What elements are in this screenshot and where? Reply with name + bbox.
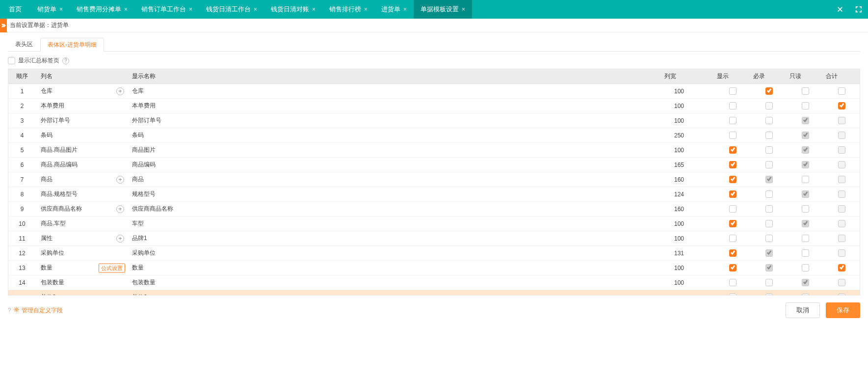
table-row[interactable]: 9供应商商品名称+供应商商品名称160	[8, 202, 860, 217]
checkbox-readonly[interactable]	[802, 235, 809, 242]
tab-close-icon[interactable]: ×	[124, 6, 128, 13]
checkbox-readonly[interactable]	[802, 205, 809, 213]
top-tab[interactable]: 销货单×	[30, 0, 70, 19]
table-row[interactable]: 15单位2单位2100	[8, 290, 860, 295]
cell-width[interactable]: 100	[669, 113, 714, 128]
cell-display-name[interactable]: 商品编码	[127, 158, 669, 172]
subtab[interactable]: 表头区	[8, 37, 40, 51]
top-tab[interactable]: 销售排行榜×	[322, 0, 374, 19]
checkbox-show[interactable]	[729, 279, 736, 286]
breadcrumb-toggle[interactable]	[0, 19, 7, 32]
checkbox-readonly[interactable]	[802, 249, 809, 257]
cell-display-name[interactable]: 供应商商品名称	[127, 202, 669, 216]
checkbox-show[interactable]	[729, 161, 736, 168]
cell-display-name[interactable]: 本单费用	[127, 99, 669, 113]
tab-close-icon[interactable]: ×	[312, 6, 316, 13]
checkbox-readonly[interactable]	[802, 87, 809, 95]
checkbox-readonly[interactable]	[802, 176, 809, 183]
save-button[interactable]: 保存	[826, 302, 860, 318]
checkbox-show[interactable]	[729, 102, 736, 109]
table-row[interactable]: 8商品.规格型号规格型号124	[8, 187, 860, 202]
cell-display-name[interactable]: 数量	[127, 261, 669, 275]
table-row[interactable]: 4条码条码250	[8, 128, 860, 143]
checkbox-readonly[interactable]	[802, 102, 809, 109]
checkbox-show[interactable]	[729, 249, 736, 257]
checkbox-total[interactable]	[838, 264, 845, 271]
table-row[interactable]: 2本单费用本单费用100	[8, 99, 860, 113]
cell-display-name[interactable]: 车型	[127, 217, 669, 231]
table-row[interactable]: 14包装数量包装数量100	[8, 275, 860, 290]
checkbox-show[interactable]	[729, 132, 736, 139]
cell-width[interactable]: 250	[669, 128, 714, 142]
cell-width[interactable]: 100	[669, 99, 714, 113]
cell-width[interactable]: 160	[669, 172, 714, 187]
top-tab[interactable]: 销售订单工作台×	[134, 0, 199, 19]
tab-close-icon[interactable]: ×	[59, 6, 63, 13]
table-row[interactable]: 5商品.商品图片商品图片100	[8, 143, 860, 158]
cell-width[interactable]: 100	[669, 217, 714, 231]
fullscreen-button[interactable]	[849, 0, 868, 19]
checkbox-required[interactable]	[765, 279, 773, 286]
tab-close-icon[interactable]: ×	[364, 6, 368, 13]
cell-width[interactable]: 165	[669, 158, 714, 172]
cell-width[interactable]: 100	[669, 143, 714, 157]
cancel-button[interactable]: 取消	[786, 302, 820, 318]
table-row[interactable]: 13数量公式设置数量100	[8, 261, 860, 275]
table-row[interactable]: 10商品.车型车型100	[8, 217, 860, 231]
cell-width[interactable]: 131	[669, 246, 714, 260]
table-row[interactable]: 11属性+品牌1100	[8, 231, 860, 246]
top-tab[interactable]: 钱货日清工作台×	[199, 0, 264, 19]
checkbox-required[interactable]	[765, 146, 773, 154]
checkbox-required[interactable]	[765, 117, 773, 124]
subtab[interactable]: 表体区-进货单明细	[40, 38, 104, 52]
tab-close-icon[interactable]: ×	[403, 6, 407, 13]
checkbox-show[interactable]	[729, 190, 736, 198]
cell-width[interactable]: 124	[669, 187, 714, 201]
checkbox-show[interactable]	[729, 176, 736, 183]
checkbox-show[interactable]	[729, 294, 736, 295]
cell-display-name[interactable]: 规格型号	[127, 187, 669, 201]
show-summary-checkbox[interactable]	[8, 57, 15, 64]
cell-display-name[interactable]: 仓库	[127, 84, 669, 98]
checkbox-required[interactable]	[765, 205, 773, 213]
tab-close-icon[interactable]: ×	[254, 6, 257, 13]
cell-display-name[interactable]: 采购单位	[127, 246, 669, 260]
checkbox-required[interactable]	[765, 190, 773, 198]
top-tab[interactable]: 销售费用分摊单×	[70, 0, 134, 19]
checkbox-required[interactable]	[765, 235, 773, 242]
cell-width[interactable]: 100	[669, 275, 714, 290]
tab-close-icon[interactable]: ×	[462, 6, 465, 13]
add-child-button[interactable]: +	[116, 176, 124, 184]
checkbox-show[interactable]	[729, 146, 736, 154]
table-row[interactable]: 12采购单位采购单位131	[8, 246, 860, 261]
cell-width[interactable]: 160	[669, 202, 714, 216]
add-child-button[interactable]: +	[116, 235, 124, 243]
cell-display-name[interactable]: 品牌1	[127, 231, 669, 245]
summary-help-icon[interactable]: ?	[62, 57, 69, 64]
table-row[interactable]: 3外部订单号外部订单号100	[8, 113, 860, 128]
top-tab-home[interactable]: 首页	[0, 0, 30, 19]
checkbox-readonly[interactable]	[802, 264, 809, 271]
add-child-button[interactable]: +	[116, 205, 124, 213]
table-row[interactable]: 1仓库+仓库100	[8, 84, 860, 99]
cell-display-name[interactable]: 外部订单号	[127, 113, 669, 128]
checkbox-required[interactable]	[765, 132, 773, 139]
cell-width[interactable]: 100	[669, 261, 714, 275]
cell-display-name[interactable]: 包装数量	[127, 275, 669, 290]
add-child-button[interactable]: +	[116, 87, 124, 95]
checkbox-show[interactable]	[729, 87, 736, 95]
cell-width[interactable]: 100	[669, 290, 714, 295]
checkbox-total[interactable]	[838, 87, 845, 95]
footer-help-icon[interactable]: ?	[8, 307, 11, 314]
cell-display-name[interactable]: 单位2	[127, 290, 669, 295]
top-tab[interactable]: 进货单×	[374, 0, 414, 19]
top-tab[interactable]: 钱货日清对账×	[264, 0, 322, 19]
checkbox-show[interactable]	[729, 117, 736, 124]
manage-custom-fields-link[interactable]: 管理自定义字段	[22, 306, 63, 315]
cell-display-name[interactable]: 商品	[127, 172, 669, 187]
cell-display-name[interactable]: 商品图片	[127, 143, 669, 157]
close-all-tabs-button[interactable]	[831, 0, 849, 19]
cell-width[interactable]: 100	[669, 84, 714, 98]
checkbox-total[interactable]	[838, 102, 845, 109]
table-row[interactable]: 6商品.商品编码商品编码165	[8, 158, 860, 172]
